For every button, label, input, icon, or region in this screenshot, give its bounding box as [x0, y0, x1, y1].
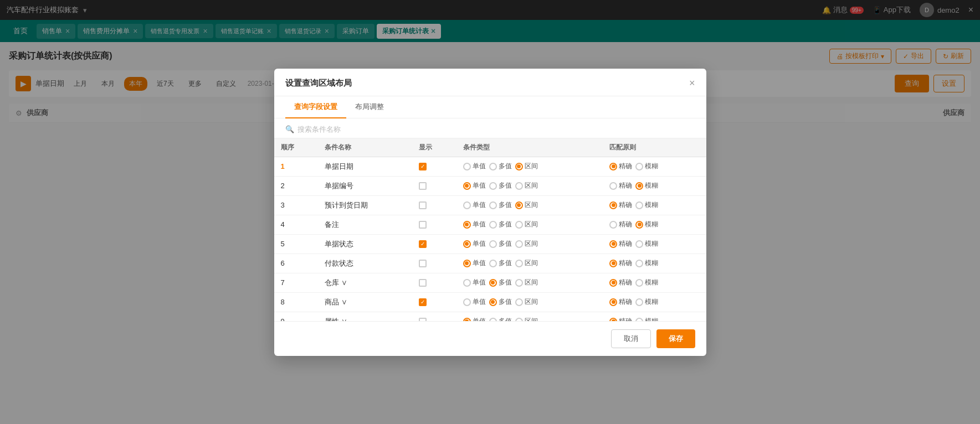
radio-condition-单值[interactable]: 单值	[463, 297, 486, 307]
radio-circle	[609, 182, 617, 190]
radio-match-精确[interactable]: 精确	[609, 200, 632, 210]
cell-display[interactable]	[412, 176, 456, 195]
cell-display[interactable]	[412, 195, 456, 215]
radio-match-模糊[interactable]: 模糊	[635, 317, 658, 321]
radio-condition-区间[interactable]: 区间	[515, 278, 538, 287]
cell-condition-type: 单值多值区间	[456, 215, 603, 234]
radio-condition-多值[interactable]: 多值	[489, 297, 512, 307]
radio-match-模糊[interactable]: 模糊	[635, 162, 658, 171]
display-checkbox[interactable]	[419, 182, 427, 190]
display-checkbox[interactable]	[419, 221, 427, 229]
cell-display[interactable]	[412, 254, 456, 273]
cell-display[interactable]	[412, 157, 456, 176]
radio-condition-区间[interactable]: 区间	[515, 162, 538, 171]
radio-match-精确[interactable]: 精确	[609, 220, 632, 229]
radio-condition-单值[interactable]: 单值	[463, 239, 486, 249]
radio-label: 模糊	[645, 317, 658, 321]
th-order: 顺序	[274, 138, 319, 157]
modal-tab-layout[interactable]: 布局调整	[346, 96, 393, 118]
radio-match-模糊[interactable]: 模糊	[635, 181, 658, 190]
modal-overlay[interactable]: 设置查询区域布局 × 查询字段设置 布局调整 🔍 顺序 条件名称 显示 条件类型	[0, 0, 980, 424]
display-checkbox[interactable]	[419, 201, 427, 209]
radio-circle	[635, 221, 643, 229]
radio-circle	[609, 163, 617, 170]
radio-match-模糊[interactable]: 模糊	[635, 278, 658, 287]
cell-match-rule: 精确模糊	[603, 157, 706, 176]
radio-condition-区间[interactable]: 区间	[515, 220, 538, 229]
radio-circle	[463, 163, 471, 170]
cell-display[interactable]	[412, 215, 456, 234]
display-checkbox[interactable]	[419, 260, 427, 267]
search-input[interactable]	[297, 125, 408, 133]
radio-condition-单值[interactable]: 单值	[463, 220, 486, 229]
radio-match-精确[interactable]: 精确	[609, 278, 632, 287]
modal-tab-query-fields[interactable]: 查询字段设置	[285, 96, 346, 118]
save-button[interactable]: 保存	[656, 329, 695, 348]
radio-circle	[515, 279, 523, 287]
radio-circle	[609, 298, 617, 306]
radio-condition-单值[interactable]: 单值	[463, 181, 486, 190]
cancel-button[interactable]: 取消	[611, 329, 651, 348]
radio-condition-区间[interactable]: 区间	[515, 317, 538, 321]
radio-match-模糊[interactable]: 模糊	[635, 200, 658, 210]
radio-condition-单值[interactable]: 单值	[463, 200, 486, 210]
radio-condition-多值[interactable]: 多值	[489, 220, 512, 229]
cell-display[interactable]	[412, 292, 456, 312]
cell-display[interactable]	[412, 273, 456, 292]
radio-match-模糊[interactable]: 模糊	[635, 239, 658, 249]
radio-match-模糊[interactable]: 模糊	[635, 220, 658, 229]
radio-circle	[515, 201, 523, 209]
radio-match-精确[interactable]: 精确	[609, 258, 632, 268]
radio-match-精确[interactable]: 精确	[609, 317, 632, 321]
display-checkbox[interactable]	[419, 163, 427, 170]
radio-condition-区间[interactable]: 区间	[515, 181, 538, 190]
radio-condition-区间[interactable]: 区间	[515, 297, 538, 307]
radio-condition-多值[interactable]: 多值	[489, 181, 512, 190]
radio-circle	[635, 298, 643, 306]
radio-condition-多值[interactable]: 多值	[489, 200, 512, 210]
radio-circle	[489, 163, 497, 170]
radio-condition-区间[interactable]: 区间	[515, 200, 538, 210]
modal-search-area: 🔍	[274, 118, 706, 138]
radio-condition-多值[interactable]: 多值	[489, 317, 512, 321]
radio-match-精确[interactable]: 精确	[609, 297, 632, 307]
cell-condition-type: 单值多值区间	[456, 254, 603, 273]
radio-condition-单值[interactable]: 单值	[463, 162, 486, 171]
radio-condition-多值[interactable]: 多值	[489, 162, 512, 171]
cell-condition-type: 单值多值区间	[456, 176, 603, 195]
cell-display[interactable]	[412, 234, 456, 254]
cell-condition-type: 单值多值区间	[456, 195, 603, 215]
radio-condition-单值[interactable]: 单值	[463, 258, 486, 268]
radio-circle	[635, 240, 643, 248]
cell-order: 8	[274, 292, 319, 312]
radio-match-精确[interactable]: 精确	[609, 239, 632, 249]
display-checkbox[interactable]	[419, 240, 427, 248]
cell-match-rule: 精确模糊	[603, 292, 706, 312]
radio-condition-单值[interactable]: 单值	[463, 278, 486, 287]
radio-circle	[609, 279, 617, 287]
modal-close-button[interactable]: ×	[689, 77, 695, 89]
cell-condition-type: 单值多值区间	[456, 157, 603, 176]
radio-condition-多值[interactable]: 多值	[489, 239, 512, 249]
radio-match-模糊[interactable]: 模糊	[635, 297, 658, 307]
cell-display[interactable]	[412, 312, 456, 321]
cell-match-rule: 精确模糊	[603, 176, 706, 195]
radio-condition-单值[interactable]: 单值	[463, 317, 486, 321]
radio-condition-多值[interactable]: 多值	[489, 278, 512, 287]
radio-match-精确[interactable]: 精确	[609, 162, 632, 171]
radio-condition-区间[interactable]: 区间	[515, 258, 538, 268]
radio-circle	[635, 182, 643, 190]
radio-label: 精确	[619, 181, 632, 190]
radio-label: 模糊	[645, 162, 658, 171]
radio-circle	[609, 201, 617, 209]
radio-condition-多值[interactable]: 多值	[489, 258, 512, 268]
display-checkbox[interactable]	[419, 298, 427, 306]
radio-match-模糊[interactable]: 模糊	[635, 258, 658, 268]
radio-circle	[463, 260, 471, 267]
modal-title: 设置查询区域布局	[285, 78, 352, 89]
radio-match-精确[interactable]: 精确	[609, 181, 632, 190]
radio-circle	[635, 201, 643, 209]
radio-condition-区间[interactable]: 区间	[515, 239, 538, 249]
radio-circle	[609, 260, 617, 267]
display-checkbox[interactable]	[419, 279, 427, 287]
